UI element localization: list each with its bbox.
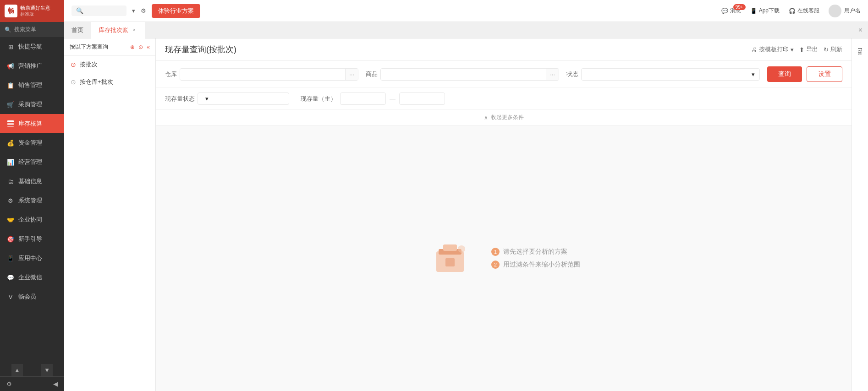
sidebar-search[interactable]: 🔍 搜索菜单 (0, 22, 64, 37)
sidebar-item-operations[interactable]: 📊 经营管理 (0, 152, 64, 172)
stock-qty-label: 现存量（主） (301, 95, 336, 103)
sidebar-item-label: 资金管理 (18, 139, 42, 147)
sidebar-item-purchase[interactable]: 🛒 采购管理 (0, 95, 64, 114)
warehouse-input[interactable] (180, 69, 345, 80)
sidebar-item-basics[interactable]: 🗂 基础信息 (0, 172, 64, 191)
warehouse-dots-btn[interactable]: ··· (345, 69, 358, 80)
trial-button[interactable]: 体验行业方案 (152, 4, 200, 18)
sidebar-item-inventory[interactable]: 库存核算 (0, 114, 64, 133)
user-menu[interactable]: 用户名 (829, 5, 861, 17)
filter-row-2: 现存量状态 ▾ 现存量（主） — (156, 88, 852, 110)
download-icon: 📱 (750, 8, 757, 14)
tip-num-1: 1 (491, 248, 500, 256)
online-service-btn[interactable]: 🎧 在线客服 (789, 7, 819, 15)
svg-rect-1 (7, 123, 14, 125)
tab-home[interactable]: 首页 (64, 22, 91, 38)
topbar-settings-icon[interactable]: ⚙ (141, 7, 146, 14)
product-dots-btn[interactable]: ··· (546, 69, 559, 80)
sidebar-item-newbie[interactable]: 🎯 新手引导 (0, 229, 64, 249)
topbar-search-icon: 🔍 (76, 7, 83, 14)
scheme-by-batch[interactable]: ⊙ 按批次 (64, 56, 155, 73)
message-badge: 99+ (733, 4, 746, 10)
print-button[interactable]: 🖨 按模板打印 ▾ (751, 45, 794, 54)
export-button[interactable]: ⬆ 导出 (799, 45, 818, 54)
tip-text-1: 请先选择要分析的方案 (503, 248, 567, 256)
search-button[interactable]: 查询 (767, 66, 802, 82)
search-label: 搜索菜单 (14, 26, 36, 33)
stock-status-chevron: ▾ (205, 95, 209, 102)
qty-max-input[interactable] (399, 92, 445, 105)
sidebar-item-member[interactable]: V 畅会员 (0, 287, 64, 306)
topbar-dropdown[interactable]: ▾ (132, 7, 135, 14)
add-scheme-icon[interactable]: ⊕ (130, 44, 135, 50)
app-download-btn[interactable]: 📱 App下载 (750, 7, 780, 15)
sidebar-collapse-icon[interactable]: ◀ (53, 380, 58, 387)
printer-icon: 🖨 (751, 46, 757, 53)
messages-btn[interactable]: 💬 消息 99+ (721, 7, 741, 15)
tabs-close-all-btn[interactable]: × (853, 26, 868, 34)
status-label: 状态 (566, 70, 578, 78)
product-input-wrapper: ··· (380, 68, 559, 81)
message-icon: 💬 (721, 8, 728, 14)
operations-icon: 📊 (6, 158, 15, 166)
tip-item-2: 2 用过滤条件来缩小分析范围 (491, 261, 580, 269)
status-select[interactable]: ▾ (581, 68, 760, 81)
sidebar-item-label: 企业协同 (18, 216, 42, 224)
refresh-icon: ↻ (824, 46, 829, 53)
sidebar: 畅 畅康通好生意 标准版 🔍 搜索菜单 ⊞ 快捷导航 📢 营销推广 📋 销售管理… (0, 0, 64, 391)
sidebar-item-wechat[interactable]: 💬 企业微信 (0, 268, 64, 287)
collapse-panel-icon[interactable]: « (147, 44, 150, 50)
right-panel-label[interactable]: Rit (857, 43, 863, 60)
filter-row-1: 仓库 ··· 商品 ··· 状态 (156, 61, 852, 88)
sidebar-item-label: 采购管理 (18, 100, 42, 109)
topbar-search[interactable]: 🔍 (71, 5, 126, 16)
sidebar-item-system[interactable]: ⚙ 系统管理 (0, 191, 64, 210)
scheme-by-warehouse-batch[interactable]: ⊙ 按仓库+批次 (64, 73, 155, 91)
sidebar-item-enterprise[interactable]: 🤝 企业协同 (0, 210, 64, 229)
sidebar-item-label: 畅会员 (18, 293, 36, 301)
tab-batch-account[interactable]: 库存批次账 × (91, 22, 145, 38)
svg-point-7 (458, 245, 465, 253)
sidebar-item-marketing[interactable]: 📢 营销推广 (0, 56, 64, 76)
query-actions: 🖨 按模板打印 ▾ ⬆ 导出 ↻ 刷新 (751, 45, 842, 54)
sidebar-item-app-center[interactable]: 📱 应用中心 (0, 249, 64, 268)
main-area: 🔍 ▾ ⚙ 体验行业方案 💬 消息 99+ 📱 App下载 🎧 在线客服 (64, 0, 868, 391)
sidebar-settings-icon[interactable]: ⚙ (6, 380, 12, 387)
member-icon: V (6, 293, 15, 301)
empty-state: 1 请先选择要分析的方案 2 用过滤条件来缩小分析范围 (156, 125, 852, 391)
sidebar-scroll-down[interactable]: ▼ (41, 364, 53, 376)
sidebar-nav: ⊞ 快捷导航 📢 营销推广 📋 销售管理 🛒 采购管理 库存核算 (0, 37, 64, 364)
tab-close-icon[interactable]: × (131, 27, 137, 33)
settings-button[interactable]: 设置 (807, 66, 842, 82)
sidebar-item-quick-nav[interactable]: ⊞ 快捷导航 (0, 37, 64, 56)
warehouse-filter: 仓库 ··· (165, 68, 358, 81)
user-avatar (829, 5, 841, 17)
sidebar-item-sales[interactable]: 📋 销售管理 (0, 76, 64, 95)
qty-range-filter: 现存量（主） — (301, 92, 842, 105)
svg-rect-5 (443, 244, 457, 251)
tip-num-2: 2 (491, 261, 500, 269)
sidebar-item-label: 经营管理 (18, 158, 42, 166)
warehouse-input-wrapper: ··· (180, 68, 358, 81)
stock-status-select[interactable]: ▾ (198, 92, 289, 105)
quick-nav-icon: ⊞ (6, 43, 15, 51)
username-label: 用户名 (844, 7, 861, 15)
sidebar-scroll-up[interactable]: ▲ (11, 364, 23, 376)
sidebar-item-label: 新手引导 (18, 235, 42, 243)
qty-min-input[interactable] (340, 92, 386, 105)
collapse-conditions-btn[interactable]: ∧ 收起更多条件 (156, 110, 852, 125)
query-area: 现存量查询(按批次) 🖨 按模板打印 ▾ ⬆ 导出 ↻ 刷新 (156, 38, 852, 391)
newbie-icon: 🎯 (6, 235, 15, 243)
empty-tips: 1 请先选择要分析的方案 2 用过滤条件来缩小分析范围 (491, 248, 580, 269)
scheme-active-icon: ⊙ (71, 61, 76, 68)
collapse-label: 收起更多条件 (491, 114, 524, 121)
app-center-icon: 📱 (6, 254, 15, 262)
sidebar-item-label: 企业微信 (18, 273, 42, 282)
sidebar-item-label: 营销推广 (18, 62, 42, 70)
scheme-settings-icon[interactable]: ⊙ (138, 44, 143, 50)
sidebar-item-finance[interactable]: 💰 资金管理 (0, 133, 64, 152)
tip-text-2: 用过滤条件来缩小分析范围 (503, 261, 580, 269)
refresh-button[interactable]: ↻ 刷新 (824, 45, 842, 54)
app-logo: 畅 (5, 5, 17, 17)
product-input[interactable] (381, 69, 546, 80)
